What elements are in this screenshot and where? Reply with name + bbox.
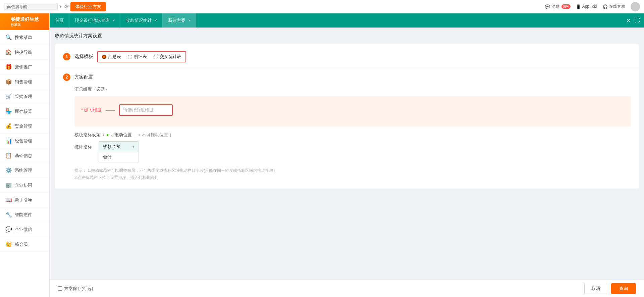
radio-cross[interactable]: 交叉统计表 [154,54,181,60]
tab-cashflow[interactable]: 现金银行流水查询 × [69,13,120,28]
radio-cross-input[interactable] [154,55,158,59]
sidebar-item-management[interactable]: 📊 经营管理 [0,134,49,148]
sidebar-item-label: 基础信息 [15,153,32,159]
tab-new-plan-close[interactable]: × [188,18,191,23]
sidebar-item-label: 新手引导 [15,197,32,203]
main-layout: 畅捷通好生意 标准版 🔍 搜索菜单 🏠 快捷导航 🎁 营销推广 📦 销售管理 🛒… [0,13,644,297]
chevron-down-icon[interactable]: ▾ [60,4,62,9]
hint-1: 提示： 1.拖动标题栏可以调整布局，不可跨维度或指标区域拖动栏目字段(只能在同一… [74,168,631,174]
sidebar-item-label: 系统管理 [15,167,32,174]
query-button[interactable]: 查询 [611,283,636,294]
radio-summary[interactable]: 汇总表 [102,54,121,60]
logo-name: 畅捷通好生意 [11,16,39,22]
hint-2: 2.点击标题栏下拉可设置排序、插入列和删除列 [74,175,631,181]
radio-detail[interactable]: 明细表 [128,54,147,60]
tab-cashflow-label: 现金银行流水查询 [75,17,110,23]
cancel-button[interactable]: 取消 [584,283,607,294]
building-icon: 🏢 [5,182,12,188]
metrics-header: 模板指标设定（ ● 可拖动位置 | ● 不可拖动位置 ） [74,132,631,138]
messages-item[interactable]: 💬 消息 99+ [545,4,571,9]
sidebar-item-search[interactable]: 🔍 搜索菜单 [0,30,49,45]
tab-bar-right: ✕ ⛶ [622,13,644,28]
bottom-bar: 方案保存(可选) 取消 查询 [50,280,644,297]
settings-card: 1 选择模板 汇总表 明细表 交叉统计表 [55,44,639,189]
step1-row: 1 选择模板 汇总表 明细表 交叉统计表 [63,51,631,62]
metrics-section: 模板指标设定（ ● 可拖动位置 | ● 不可拖动位置 ） [74,132,631,162]
save-checkbox[interactable] [58,286,62,291]
sidebar-item-nav[interactable]: 🏠 快捷导航 [0,45,49,60]
step1-badge: 1 [63,53,70,60]
sidebar-item-guide[interactable]: 📖 新手引导 [0,193,49,207]
radio-detail-input[interactable] [128,55,132,59]
dimension-config: 汇总维度（必选） * 纵向维度 —— 请选择分组维度 [74,86,631,181]
template-radio-group: 汇总表 明细表 交叉统计表 [97,51,186,62]
step2-title: 方案配置 [74,74,93,80]
sidebar-item-wechat[interactable]: 💬 企业微信 [0,222,49,237]
sidebar-item-enterprise[interactable]: 🏢 企业协同 [0,178,49,193]
sidebar-item-label: 畅会员 [15,241,28,247]
metrics-dropdown-icon[interactable]: ▾ [132,145,135,149]
avatar[interactable] [631,2,640,11]
step2-row: 2 方案配置 [63,73,631,81]
hint-section: 提示： 1.拖动标题栏可以调整布局，不可跨维度或指标区域拖动栏目字段(只能在同一… [74,168,631,181]
step2-badge: 2 [63,73,70,81]
sidebar-item-label: 快捷导航 [15,49,32,55]
app-download-item[interactable]: 📱 App下载 [576,4,597,9]
sidebar-item-marketing[interactable]: 🎁 营销推广 [0,60,49,75]
sidebar-item-member[interactable]: 👑 畅会员 [0,237,49,252]
gear-icon[interactable]: ⚙ [64,3,68,10]
chart-icon: 📊 [5,138,12,144]
gift-icon: 🎁 [5,64,12,70]
metrics-header-row[interactable]: 收款金额 ▾ [99,142,139,152]
sidebar-item-label: 资金管理 [15,123,32,129]
save-option: 方案保存(可选) [58,286,580,292]
top-bar-right: 💬 消息 99+ 📱 App下载 🎧 在线客服 [545,2,640,11]
tab-bar: 首页 现金银行流水查询 × 收款情况统计 × 新建方案 × ✕ ⛶ [50,13,644,28]
divider [55,68,639,68]
metrics-header-cell: 收款金额 [103,144,120,150]
home-icon: 🏠 [5,49,12,55]
tab-new-plan-label: 新建方案 [168,17,185,23]
metrics-data-cell: 合计 [99,152,139,162]
app-icon: 📱 [576,4,581,9]
tab-receipts-close[interactable]: × [155,18,157,23]
money-icon: 💰 [5,123,12,129]
settings-icon: ⚙️ [5,167,12,174]
sidebar-item-label: 企业协同 [15,182,32,188]
arrow-icon: —— [106,107,115,113]
list-icon: 📋 [5,152,12,159]
sidebar-item-inventory[interactable]: 🏪 库存核算 [0,104,49,119]
radio-detail-label: 明细表 [134,54,147,60]
sidebar-item-purchase[interactable]: 🛒 采购管理 [0,89,49,104]
non-draggable-indicator: ● [138,132,141,137]
tab-cashflow-close[interactable]: × [112,18,115,23]
maximize-icon[interactable]: ⛶ [635,17,640,23]
sidebar: 畅捷通好生意 标准版 🔍 搜索菜单 🏠 快捷导航 🎁 营销推广 📦 销售管理 🛒… [0,13,50,297]
close-window-icon[interactable]: ✕ [626,17,631,24]
message-icon: 💬 [545,4,550,9]
tab-home[interactable]: 首页 [50,13,69,28]
stats-label: 统计指标 [74,144,92,150]
online-service-item[interactable]: 🎧 在线客服 [603,4,625,9]
metrics-title: 模板指标设定（ ● 可拖动位置 | ● 不可拖动位置 ） [74,132,174,138]
online-service-label: 在线客服 [609,4,625,9]
vertical-dim-row: * 纵向维度 —— 请选择分组维度 [81,104,624,116]
breadcrumb-input[interactable] [4,3,58,10]
sidebar-item-basic[interactable]: 📋 基础信息 [0,148,49,163]
sidebar-item-label: 企业微信 [15,227,32,233]
tab-receipts[interactable]: 收款情况统计 × [120,13,163,28]
sidebar-item-hardware[interactable]: 🔧 智能硬件 [0,207,49,222]
sidebar-item-sales[interactable]: 📦 销售管理 [0,75,49,89]
wechat-icon: 💬 [5,226,12,233]
sidebar-item-system[interactable]: ⚙️ 系统管理 [0,163,49,178]
sidebar-item-label: 营销推广 [15,64,32,70]
dimension-select[interactable]: 请选择分组维度 [119,104,173,116]
radio-summary-input[interactable] [102,55,106,59]
sidebar-item-finance[interactable]: 💰 资金管理 [0,119,49,134]
industry-btn[interactable]: 体验行业方案 [70,2,106,11]
headset-icon: 🎧 [603,4,608,9]
radio-summary-label: 汇总表 [108,54,121,60]
content-area: 首页 现金银行流水查询 × 收款情况统计 × 新建方案 × ✕ ⛶ 收款情况统计… [50,13,644,297]
tab-new-plan[interactable]: 新建方案 × [163,13,196,28]
sidebar-item-label: 库存核算 [15,108,32,114]
